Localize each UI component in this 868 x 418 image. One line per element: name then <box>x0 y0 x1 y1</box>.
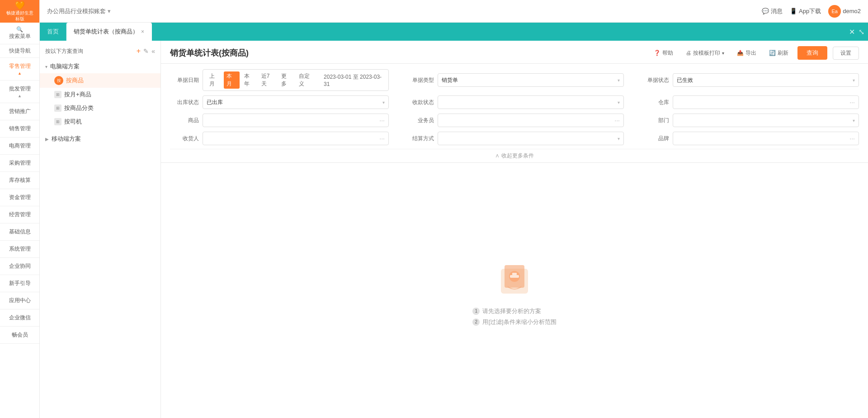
sidebar-item-wechat[interactable]: 企业微信 <box>0 309 39 327</box>
this-month-btn[interactable]: 本月 <box>224 71 239 89</box>
date-filter-control[interactable]: 上月 本月 本年 近7天 更多 自定义 2023-03-01 至 2023-03… <box>203 69 389 91</box>
sidebar-item-sales[interactable]: 销售管理 <box>0 120 39 138</box>
schema-item-by-month-product[interactable]: ⊞ 按月+商品 <box>40 88 160 101</box>
sidebar-item-ecommerce[interactable]: 电商管理 <box>0 138 39 155</box>
print-button[interactable]: 🖨 按模板打印 ▾ <box>682 48 728 59</box>
print-label: 按模板打印 <box>693 49 720 57</box>
sidebar-item-marketing[interactable]: 营销推广 <box>0 103 39 120</box>
tab-close-icon[interactable]: × <box>141 28 144 35</box>
sidebar-item-basic[interactable]: 基础信息 <box>0 223 39 241</box>
schema-item-by-product[interactable]: 按 按商品 <box>40 73 160 88</box>
filter-cell-dept: 部门 ▾ <box>640 114 859 127</box>
app-download-action[interactable]: 📱 App下载 <box>790 7 821 15</box>
query-button[interactable]: 查询 <box>797 46 827 60</box>
filter-cell-doc-status: 单据状态 已生效 ▾ <box>640 73 859 87</box>
sales-label: 销售管理 <box>9 125 31 133</box>
sidebar-item-inventory[interactable]: 库存核算 <box>0 172 39 189</box>
brand-control[interactable]: ··· <box>673 132 859 145</box>
warehouse-value: 已出库 <box>207 99 223 106</box>
wechat-label: 企业微信 <box>9 314 31 322</box>
storage-control[interactable]: ··· <box>673 95 859 109</box>
refresh-label: 刷新 <box>778 49 788 57</box>
svg-rect-3 <box>510 275 519 278</box>
sidebar-item-wholesale[interactable]: 批发管理 ▲ <box>0 81 39 103</box>
more-btn[interactable]: 更多 <box>278 71 294 89</box>
doc-type-value: 销货单 <box>442 76 458 84</box>
collapse-panel-button[interactable]: « <box>151 48 155 55</box>
product-label: 商品 <box>170 117 203 124</box>
avatar: Ea <box>828 5 841 18</box>
content-area: 按以下方案查询 + ✎ « ▾ 电脑端方案 按 按商品 ⊞ 按月+商品 <box>40 41 868 418</box>
add-schema-button[interactable]: + <box>137 47 141 55</box>
print-arrow: ▾ <box>722 51 724 56</box>
svg-rect-4 <box>512 273 517 275</box>
brand-label: 品牌 <box>640 135 673 142</box>
app-title: 办公用品行业模拟账套 <box>47 7 106 15</box>
schema-item-by-driver[interactable]: ⊞ 按司机 <box>40 115 160 128</box>
quick-nav-label: 快捷导航 <box>9 48 31 54</box>
empty-illustration <box>487 255 542 302</box>
sidebar: 🧡 畅捷通好生意 标版 🔍 搜索菜单 快捷导航 零售管理 ▲ 批发管理 ▲ 营销… <box>0 0 40 418</box>
sidebar-item-retail[interactable]: 零售管理 ▲ <box>0 58 39 81</box>
date-label: 单据日期 <box>170 76 203 84</box>
help-button[interactable]: ❓ 帮助 <box>650 48 677 59</box>
dept-control[interactable]: ▾ <box>673 114 859 127</box>
receipt-status-arrow: ▾ <box>618 100 620 105</box>
user-action[interactable]: Ea demo2 <box>828 5 861 18</box>
product-dots[interactable]: ··· <box>379 117 385 124</box>
app-download-label: App下载 <box>799 7 821 15</box>
sidebar-item-purchase[interactable]: 采购管理 <box>0 155 39 172</box>
filter-cell-recipient: 收货人 ··· <box>170 132 389 145</box>
quick-nav[interactable]: 快捷导航 <box>0 44 39 58</box>
storage-dots[interactable]: ··· <box>849 99 855 106</box>
doc-type-control[interactable]: 销货单 ▾ <box>438 73 624 87</box>
doc-status-control[interactable]: 已生效 ▾ <box>673 73 859 87</box>
sidebar-item-finance[interactable]: 资金管理 <box>0 189 39 206</box>
filter-row-4: 收货人 ··· 结算方式 ▾ <box>170 132 859 145</box>
last7-btn[interactable]: 近7天 <box>259 71 277 89</box>
tab-home[interactable]: 首页 <box>40 23 66 41</box>
enterprise-label: 企业协同 <box>9 262 31 270</box>
sidebar-item-system[interactable]: 系统管理 <box>0 241 39 258</box>
inventory-label: 库存核算 <box>9 176 31 184</box>
dropdown-icon[interactable]: ▾ <box>108 8 111 14</box>
messages-action[interactable]: 💬 消息 <box>762 7 783 15</box>
export-button[interactable]: 📤 导出 <box>733 48 760 59</box>
this-year-btn[interactable]: 本年 <box>241 71 257 89</box>
tab-home-label: 首页 <box>47 28 59 36</box>
settings-button[interactable]: 设置 <box>833 47 859 60</box>
collapse-filters-button[interactable]: ∧ 收起更多条件 <box>170 149 859 162</box>
brand-dots[interactable]: ··· <box>849 135 855 142</box>
receipt-status-label: 收款状态 <box>405 99 438 106</box>
sidebar-search[interactable]: 🔍 搜索菜单 <box>0 23 39 44</box>
custom-btn[interactable]: 自定义 <box>296 71 316 89</box>
warehouse-control[interactable]: 已出库 ▾ <box>203 95 389 109</box>
sidebar-item-enterprise[interactable]: 企业协同 <box>0 258 39 275</box>
salesperson-control[interactable]: ··· <box>438 114 624 127</box>
page-header-top: 销货单统计表(按商品) ❓ 帮助 🖨 按模板打印 ▾ 📤 <box>170 46 859 60</box>
salesperson-dots[interactable]: ··· <box>614 117 620 124</box>
schema-pc-header[interactable]: ▾ 电脑端方案 <box>40 60 160 73</box>
page-header: 销货单统计表(按商品) ❓ 帮助 🖨 按模板打印 ▾ 📤 <box>161 41 868 64</box>
sidebar-item-member[interactable]: 畅会员 <box>0 327 39 344</box>
tab-close-button[interactable]: ✕ <box>849 28 855 36</box>
sidebar-item-operations[interactable]: 经营管理 <box>0 206 39 223</box>
recipient-dots[interactable]: ··· <box>379 135 385 142</box>
payment-control[interactable]: ▾ <box>438 132 624 145</box>
tab-current[interactable]: 销货单统计表（按商品） × <box>66 23 152 41</box>
product-control[interactable]: ··· <box>203 114 389 127</box>
tab-expand-button[interactable]: ⤡ <box>859 28 864 36</box>
schema-item-by-category[interactable]: ⊞ 按商品分类 <box>40 101 160 115</box>
last-month-btn[interactable]: 上月 <box>207 71 222 89</box>
sidebar-item-newbie[interactable]: 新手引导 <box>0 275 39 292</box>
schema-mobile-header[interactable]: ▶ 移动端方案 <box>40 132 160 146</box>
refresh-button[interactable]: 🔄 刷新 <box>765 48 792 59</box>
filter-container: 单据日期 上月 本月 本年 近7天 更多 自定义 2023-03-01 至 20… <box>161 64 868 163</box>
recipient-control[interactable]: ··· <box>203 132 389 145</box>
sidebar-item-apps[interactable]: 应用中心 <box>0 292 39 309</box>
basic-label: 基础信息 <box>9 228 31 236</box>
pc-group-label: 电脑端方案 <box>50 62 80 71</box>
wholesale-label: 批发管理 <box>9 85 31 93</box>
edit-schema-button[interactable]: ✎ <box>143 48 149 55</box>
receipt-status-control[interactable]: ▾ <box>438 95 624 109</box>
